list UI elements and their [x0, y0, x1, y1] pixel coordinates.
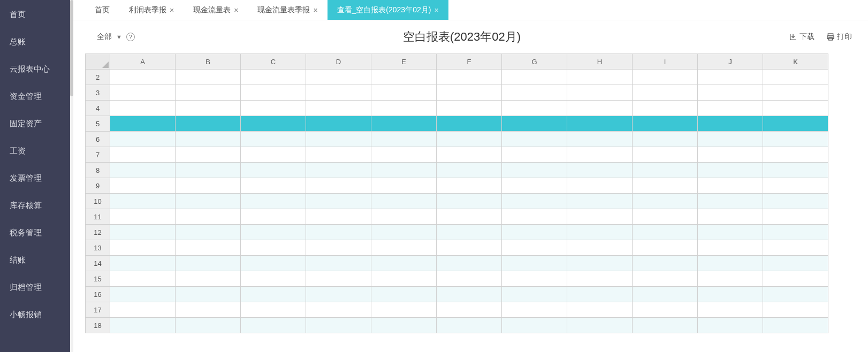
cell-C15[interactable] [241, 271, 306, 287]
row-head-6[interactable]: 6 [86, 132, 110, 147]
cell-D16[interactable] [306, 287, 371, 302]
cell-A5[interactable] [110, 116, 176, 132]
cell-A8[interactable] [110, 163, 176, 178]
cell-G2[interactable] [502, 70, 567, 85]
cell-A11[interactable] [110, 209, 176, 225]
col-head-E[interactable]: E [371, 54, 437, 70]
cell-C16[interactable] [241, 287, 306, 302]
sidebar-item-2[interactable]: 云报表中心 [0, 56, 70, 83]
col-head-I[interactable]: I [633, 54, 698, 70]
cell-J4[interactable] [698, 101, 763, 116]
row-head-16[interactable]: 16 [86, 287, 110, 302]
row-head-10[interactable]: 10 [86, 194, 110, 209]
cell-J12[interactable] [698, 225, 763, 240]
cell-D10[interactable] [306, 194, 371, 209]
cell-K16[interactable] [763, 287, 828, 302]
cell-G14[interactable] [502, 256, 567, 271]
cell-K2[interactable] [763, 70, 828, 85]
col-head-K[interactable]: K [763, 54, 828, 70]
cell-D7[interactable] [306, 147, 371, 163]
cell-J16[interactable] [698, 287, 763, 302]
row-head-8[interactable]: 8 [86, 163, 110, 178]
cell-D9[interactable] [306, 178, 371, 194]
col-head-C[interactable]: C [241, 54, 306, 70]
cell-F8[interactable] [437, 163, 502, 178]
cell-D18[interactable] [306, 318, 371, 333]
cell-I11[interactable] [633, 209, 698, 225]
cell-C18[interactable] [241, 318, 306, 333]
download-button[interactable]: 下载 [789, 32, 814, 42]
cell-C2[interactable] [241, 70, 306, 85]
help-icon[interactable]: ? [126, 33, 135, 41]
cell-D3[interactable] [306, 85, 371, 101]
cell-F17[interactable] [437, 302, 502, 318]
cell-I18[interactable] [633, 318, 698, 333]
cell-K17[interactable] [763, 302, 828, 318]
row-head-15[interactable]: 15 [86, 271, 110, 287]
cell-F14[interactable] [437, 256, 502, 271]
cell-F2[interactable] [437, 70, 502, 85]
cell-G6[interactable] [502, 132, 567, 147]
cell-D5[interactable] [306, 116, 371, 132]
cell-J5[interactable] [698, 116, 763, 132]
cell-H5[interactable] [567, 116, 633, 132]
cell-J8[interactable] [698, 163, 763, 178]
cell-J6[interactable] [698, 132, 763, 147]
close-icon[interactable]: × [313, 6, 317, 14]
cell-H9[interactable] [567, 178, 633, 194]
cell-I17[interactable] [633, 302, 698, 318]
cell-B9[interactable] [176, 178, 241, 194]
tab-4[interactable]: 查看_空白报表(2023年02月)× [328, 0, 448, 20]
row-head-7[interactable]: 7 [86, 147, 110, 163]
row-head-4[interactable]: 4 [86, 101, 110, 116]
cell-F18[interactable] [437, 318, 502, 333]
sidebar-item-7[interactable]: 库存核算 [0, 192, 70, 219]
cell-H11[interactable] [567, 209, 633, 225]
cell-J3[interactable] [698, 85, 763, 101]
cell-B2[interactable] [176, 70, 241, 85]
close-icon[interactable]: × [434, 6, 438, 14]
cell-I9[interactable] [633, 178, 698, 194]
cell-D12[interactable] [306, 225, 371, 240]
cell-D15[interactable] [306, 271, 371, 287]
cell-A10[interactable] [110, 194, 176, 209]
cell-H8[interactable] [567, 163, 633, 178]
cell-C17[interactable] [241, 302, 306, 318]
col-head-A[interactable]: A [110, 54, 176, 70]
cell-A6[interactable] [110, 132, 176, 147]
sidebar-item-1[interactable]: 总账 [0, 28, 70, 56]
cell-C6[interactable] [241, 132, 306, 147]
cell-J18[interactable] [698, 318, 763, 333]
cell-F5[interactable] [437, 116, 502, 132]
tab-1[interactable]: 利润表季报× [119, 0, 184, 20]
cell-J9[interactable] [698, 178, 763, 194]
cell-J15[interactable] [698, 271, 763, 287]
cell-B6[interactable] [176, 132, 241, 147]
grid[interactable]: ABCDEFGHIJK23456789101112131415161718 [85, 53, 828, 333]
close-icon[interactable]: × [234, 6, 238, 14]
cell-A4[interactable] [110, 101, 176, 116]
cell-G13[interactable] [502, 240, 567, 256]
cell-H18[interactable] [567, 318, 633, 333]
cell-I3[interactable] [633, 85, 698, 101]
cell-G9[interactable] [502, 178, 567, 194]
cell-G15[interactable] [502, 271, 567, 287]
cell-I8[interactable] [633, 163, 698, 178]
cell-F15[interactable] [437, 271, 502, 287]
cell-K14[interactable] [763, 256, 828, 271]
cell-K4[interactable] [763, 101, 828, 116]
cell-A13[interactable] [110, 240, 176, 256]
cell-D2[interactable] [306, 70, 371, 85]
cell-K8[interactable] [763, 163, 828, 178]
cell-I7[interactable] [633, 147, 698, 163]
cell-H10[interactable] [567, 194, 633, 209]
cell-E15[interactable] [371, 271, 437, 287]
cell-E17[interactable] [371, 302, 437, 318]
cell-C13[interactable] [241, 240, 306, 256]
cell-H16[interactable] [567, 287, 633, 302]
row-head-18[interactable]: 18 [86, 318, 110, 333]
cell-C4[interactable] [241, 101, 306, 116]
cell-I12[interactable] [633, 225, 698, 240]
filter-dropdown[interactable]: 全部 ▼ ? [97, 32, 135, 42]
col-head-G[interactable]: G [502, 54, 567, 70]
